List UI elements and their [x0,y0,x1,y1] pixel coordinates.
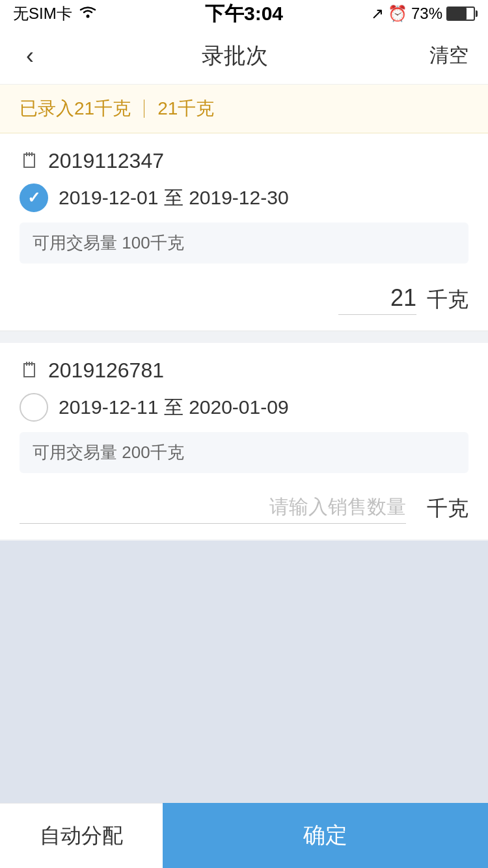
batch-icon-1: 🗒 [20,149,40,173]
checkbox-2[interactable] [20,393,48,422]
qty-placeholder-row-2: 请输入销售数量 千克 [0,483,488,539]
back-button[interactable]: ‹ [20,36,40,76]
svg-point-0 [86,15,89,18]
checkbox-1[interactable] [20,183,48,212]
separator-area [0,332,488,343]
status-time: 下午3:04 [205,1,283,27]
status-right: ↗ ⏰ 73% [371,5,475,23]
battery-icon [446,7,475,21]
qty-placeholder-2[interactable]: 请输入销售数量 [269,494,406,521]
batch-icon-2: 🗒 [20,359,40,383]
battery-percent: 73% [411,5,442,23]
available-qty-2: 可用交易量 200千克 [20,432,468,473]
qty-value-1[interactable]: 21 [390,284,416,311]
location-icon: ↗ [371,5,384,23]
batch-id-2: 2019126781 [48,359,164,383]
main-content: 🗒 2019112347 2019-12-01 至 2019-12-30 可用交… [0,133,488,852]
info-banner: 已录入21千克 21千克 [0,85,488,133]
info-divider [144,100,144,118]
bottom-bar: 自动分配 确定 [0,803,488,868]
carrier-text: 无SIM卡 [13,3,72,24]
nav-bar: ‹ 录批次 清空 [0,27,488,85]
confirm-button[interactable]: 确定 [163,803,488,868]
auto-distribute-button[interactable]: 自动分配 [0,803,163,868]
available-qty-1: 可用交易量 100千克 [20,223,468,264]
qty-input-row-1: 21 千克 [0,274,488,331]
batch-id-1: 2019112347 [48,149,164,173]
batch-header-1: 🗒 2019112347 [0,133,488,178]
alarm-icon: ⏰ [388,5,407,23]
status-left: 无SIM卡 [13,3,98,24]
batch-date-row-1: 2019-12-01 至 2019-12-30 [0,178,488,217]
batch-date-row-2: 2019-12-11 至 2020-01-09 [0,388,488,427]
recorded-value: 21千克 [157,96,214,121]
page-title: 录批次 [202,41,268,71]
qty-unit-1: 千克 [427,286,468,314]
status-bar: 无SIM卡 下午3:04 ↗ ⏰ 73% [0,0,488,27]
wifi-icon [77,4,98,23]
batch-item-2: 🗒 2019126781 2019-12-11 至 2020-01-09 可用交… [0,343,488,539]
qty-unit-2: 千克 [427,495,468,523]
batch-header-2: 🗒 2019126781 [0,343,488,388]
clear-button[interactable]: 清空 [429,42,468,69]
qty-underline-1: 21 [338,284,416,315]
batch-date-2: 2019-12-11 至 2020-01-09 [59,394,289,421]
batch-item-1: 🗒 2019112347 2019-12-01 至 2019-12-30 可用交… [0,133,488,331]
batch-date-1: 2019-12-01 至 2019-12-30 [59,185,289,211]
recorded-label: 已录入21千克 [20,96,131,121]
